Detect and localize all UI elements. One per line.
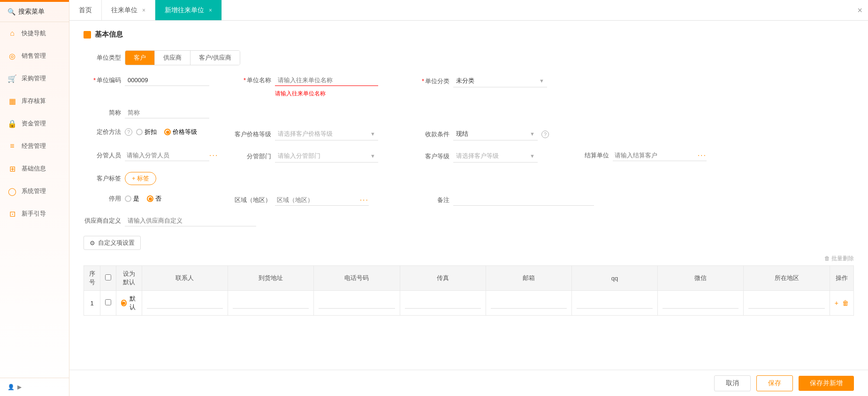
- save-button[interactable]: 保存: [756, 375, 793, 391]
- supplier-custom-input[interactable]: [125, 215, 256, 226]
- manager-more-btn[interactable]: ···: [209, 151, 218, 160]
- sidebar-item-quick-nav[interactable]: ⌂ 快捷导航: [0, 22, 69, 45]
- customize-btn-label: 自定义项设置: [98, 239, 135, 247]
- sidebar-item-label: 经营管理: [22, 142, 46, 150]
- settlement-input[interactable]: [613, 150, 696, 161]
- radio-price-level-circle: [164, 129, 171, 135]
- short-name-input[interactable]: [125, 107, 209, 118]
- guide-icon: ⊡: [8, 209, 17, 218]
- add-row-btn[interactable]: +: [835, 299, 838, 307]
- type-btn-supplier[interactable]: 供应商: [154, 51, 190, 65]
- row-location: [744, 291, 830, 316]
- pricing-method-label: 定价方法: [84, 128, 121, 136]
- tab-bar-close-all[interactable]: ×: [857, 5, 862, 15]
- col-fax: 传真: [400, 266, 486, 291]
- type-btn-customer[interactable]: 客户: [125, 51, 154, 65]
- fax-input[interactable]: [405, 297, 481, 309]
- sidebar-item-guide[interactable]: ⊡ 新手引导: [0, 202, 69, 225]
- unit-type-row: 单位类型 客户 供应商 客户/供应商: [84, 50, 854, 65]
- tab-new-partner[interactable]: 新增往来单位 ×: [155, 0, 222, 20]
- radio-price-level[interactable]: 价格等级: [164, 128, 197, 136]
- radio-yes[interactable]: 是: [125, 194, 139, 203]
- col-phone: 电话号码: [314, 266, 400, 291]
- region-more-btn[interactable]: ···: [360, 196, 369, 204]
- department-label: 分管部门: [234, 152, 271, 161]
- tab-new-partner-label: 新增往来单位: [165, 6, 204, 15]
- sidebar-item-purchase[interactable]: 🛒 采购管理: [0, 67, 69, 90]
- customer-level-select[interactable]: 请选择客户等级 ▼: [453, 150, 538, 163]
- contact-input[interactable]: [147, 297, 223, 309]
- sidebar-item-finance[interactable]: 🔒 资金管理: [0, 112, 69, 135]
- search-menu-item[interactable]: 🔍 搜索菜单: [0, 2, 69, 22]
- tab-partners[interactable]: 往来单位 ×: [102, 0, 155, 20]
- select-all-checkbox[interactable]: [105, 274, 111, 280]
- sidebar-item-sales[interactable]: ◎ 销售管理: [0, 45, 69, 67]
- sidebar-item-label: 系统管理: [22, 187, 46, 195]
- sidebar-item-basics[interactable]: ⊞ 基础信息: [0, 157, 69, 180]
- type-btn-both[interactable]: 客户/供应商: [190, 51, 240, 65]
- tab-home[interactable]: 首页: [69, 0, 102, 20]
- sidebar-item-inventory[interactable]: ▦ 库存核算: [0, 90, 69, 112]
- row-default-radio[interactable]: 默认: [121, 295, 137, 311]
- tab-partners-close[interactable]: ×: [142, 7, 145, 14]
- customer-price-level-select[interactable]: 请选择客户价格等级 ▼: [275, 128, 378, 140]
- col-email: 邮箱: [486, 266, 571, 291]
- short-name-row: 简称: [84, 107, 854, 118]
- row-qq: [571, 291, 657, 316]
- settlement-more-btn[interactable]: ···: [698, 151, 707, 160]
- col-qq: qq: [571, 266, 657, 291]
- address-input[interactable]: [233, 297, 309, 309]
- department-select[interactable]: 请输入分管部门 ▼: [275, 150, 378, 163]
- save-and-new-button[interactable]: 保存并新增: [799, 376, 854, 391]
- sidebar: 🔍 搜索菜单 ⌂ 快捷导航 ◎ 销售管理 🛒 采购管理 ▦ 库存核算 🔒 资金管…: [0, 0, 69, 396]
- remark-input[interactable]: [453, 194, 594, 206]
- region-input[interactable]: [275, 194, 358, 205]
- sidebar-item-label: 销售管理: [22, 52, 46, 60]
- email-input[interactable]: [491, 297, 567, 309]
- unit-category-group: *单位分类 未分类 ▼: [412, 75, 562, 87]
- qq-input[interactable]: [577, 297, 653, 309]
- customize-btn[interactable]: ⚙ 自定义项设置: [84, 236, 141, 250]
- disabled-radio-group: 是 否: [125, 194, 161, 203]
- unit-category-value: 未分类: [456, 77, 474, 85]
- unit-name-input[interactable]: [275, 75, 378, 86]
- settlement-input-wrap: ···: [613, 150, 707, 161]
- row-check: [100, 291, 116, 316]
- row-wechat: [658, 291, 744, 316]
- payment-terms-value: 现结: [456, 130, 468, 138]
- gear-icon: ⚙: [90, 240, 95, 247]
- short-name-label: 简称: [84, 109, 121, 117]
- section-title: 基本信息: [84, 30, 854, 39]
- short-name-group: 简称: [84, 107, 234, 118]
- location-input[interactable]: [748, 297, 824, 309]
- pricing-help-icon[interactable]: ?: [125, 128, 132, 136]
- add-tag-button[interactable]: + 标签: [125, 172, 156, 185]
- unit-category-select[interactable]: 未分类 ▼: [453, 75, 547, 87]
- radio-discount[interactable]: 折扣: [136, 128, 157, 136]
- row-checkbox[interactable]: [105, 299, 111, 305]
- tab-new-partner-close[interactable]: ×: [209, 7, 212, 14]
- customer-price-level-label: 客户价格等级: [234, 130, 271, 139]
- pricing-row: 定价方法 ? 折扣 价格等级 客户价格等级 请选择客户价格等级: [84, 128, 854, 140]
- manager-row: 分管人员 ··· 分管部门 请输入分管部门 ▼ 客户等级 请选择客户等级: [84, 150, 854, 163]
- sidebar-item-system[interactable]: ◯ 系统管理: [0, 180, 69, 202]
- delete-row-btn[interactable]: 🗑: [842, 299, 849, 307]
- radio-no[interactable]: 否: [147, 194, 161, 203]
- sidebar-bottom: 👤 ▶: [0, 378, 69, 396]
- sidebar-item-operations[interactable]: ≡ 经营管理: [0, 135, 69, 157]
- customer-price-level-group: 客户价格等级 请选择客户价格等级 ▼: [234, 128, 412, 140]
- manager-input[interactable]: [125, 150, 207, 161]
- table-section: ⚙ 自定义项设置 🗑 批量删除 序号 设为默认 联系人 到货地址 电话号码 传真: [84, 236, 854, 316]
- cancel-button[interactable]: 取消: [714, 375, 751, 391]
- pricing-radio-group: 折扣 价格等级: [136, 128, 197, 136]
- payment-terms-select[interactable]: 现结 ▼: [453, 128, 538, 140]
- unit-info-row: *单位编码 *单位名称 请输入往来单位名称 *单位分类 未分类 ▼: [84, 75, 854, 98]
- phone-input[interactable]: [319, 297, 395, 309]
- payment-help-icon[interactable]: ?: [541, 131, 549, 138]
- manager-input-wrap: ···: [125, 150, 209, 161]
- customer-level-group: 客户等级 请选择客户等级 ▼: [412, 150, 571, 163]
- sidebar-item-label: 资金管理: [22, 119, 46, 128]
- remark-group: 备注: [412, 194, 854, 206]
- wechat-input[interactable]: [662, 297, 739, 309]
- unit-code-input[interactable]: [125, 75, 209, 86]
